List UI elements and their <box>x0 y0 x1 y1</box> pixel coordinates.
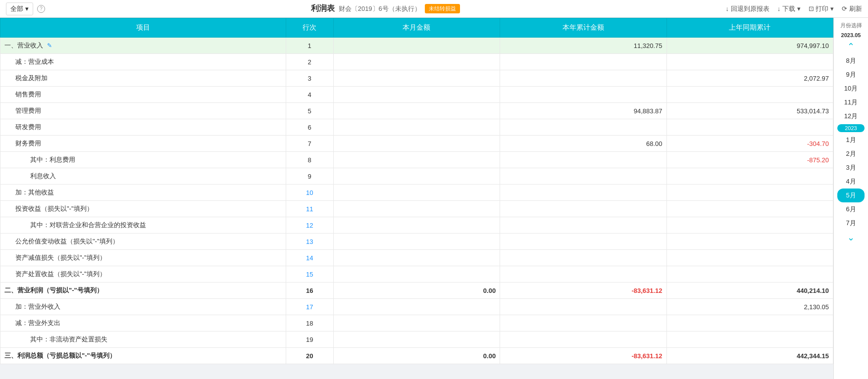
month-item-7[interactable]: 7月 <box>834 216 868 230</box>
cell-ytd <box>500 201 666 217</box>
cell-label: 管理费用 <box>0 103 286 119</box>
table-row: 其中：利息费用8-875.20 <box>0 152 833 168</box>
month-item-8[interactable]: 8月 <box>834 54 868 68</box>
month-prev-button[interactable]: ⌃ <box>834 39 868 54</box>
cell-cur-month <box>333 299 500 315</box>
cell-cur-month <box>333 201 500 217</box>
cell-label: 销售费用 <box>0 87 286 103</box>
cell-prev-year: 2,072.97 <box>666 70 833 87</box>
cell-cur-month <box>333 54 500 70</box>
row-label: 投资收益（损失以"-"填列） <box>15 205 93 212</box>
row-label: 其中：非流动资产处置损失 <box>30 335 107 343</box>
cell-cur-month <box>333 234 500 250</box>
cell-ytd: 94,883.87 <box>500 103 666 119</box>
cell-prev-year: 442,344.15 <box>666 348 833 364</box>
cell-row-num: 12 <box>286 217 333 234</box>
month-next-button[interactable]: ⌄ <box>834 230 868 245</box>
month-item-3[interactable]: 3月 <box>834 161 868 175</box>
cell-label: 一、营业收入✎ <box>0 38 286 54</box>
col-header-current-month: 本月金额 <box>333 18 500 38</box>
cell-ytd: 11,320.75 <box>500 38 666 54</box>
cell-row-num: 10 <box>286 185 333 201</box>
report-table: 项目 行次 本月金额 本年累计金额 上年同期累计 一、营业收入✎111,320.… <box>0 18 833 364</box>
cell-cur-month: 0.00 <box>333 348 500 364</box>
month-item-1[interactable]: 1月 <box>834 133 868 147</box>
cell-label: 财务费用 <box>0 136 286 152</box>
cell-label: 其中：对联营企业和合营企业的投资收益 <box>0 217 286 234</box>
top-bar-actions: ↓ 回退到原报表 ↓ 下载 ▾ ⊡ 打印 ▾ ⟳ 刷新 <box>726 4 863 13</box>
top-bar: 全部 ▾ ? 利润表 财会〔2019〕6号（未执行） 未结转损益 ↓ 回退到原报… <box>0 0 868 18</box>
back-to-original-button[interactable]: ↓ 回退到原报表 <box>726 4 769 13</box>
table-row: 管理费用594,883.87533,014.73 <box>0 103 833 119</box>
row-label: 三、利润总额（亏损总额以"-"号填列） <box>4 352 116 359</box>
edit-icon[interactable]: ✎ <box>47 42 52 49</box>
month-sidebar: 月份选择 2023.05 ⌃ 8月 9月 10月 11月 12月 2023 1月… <box>833 18 868 379</box>
cell-ytd <box>500 119 666 136</box>
cell-label: 研发费用 <box>0 119 286 136</box>
table-row: 其中：非流动资产处置损失19 <box>0 332 833 348</box>
cell-cur-month: 0.00 <box>333 283 500 299</box>
row-label: 二、营业利润（亏损以"-"号填列） <box>4 286 103 294</box>
cell-row-num: 19 <box>286 332 333 348</box>
month-item-4[interactable]: 4月 <box>834 175 868 189</box>
content-area: 项目 行次 本月金额 本年累计金额 上年同期累计 一、营业收入✎111,320.… <box>0 18 833 379</box>
unsettled-badge[interactable]: 未结转损益 <box>425 4 460 13</box>
print-button[interactable]: ⊡ 打印 ▾ <box>809 4 834 13</box>
help-icon[interactable]: ? <box>37 5 45 13</box>
cell-row-num: 17 <box>286 299 333 315</box>
cell-prev-year <box>666 87 833 103</box>
cell-row-num: 15 <box>286 266 333 283</box>
main-container: 项目 行次 本月金额 本年累计金额 上年同期累计 一、营业收入✎111,320.… <box>0 18 868 379</box>
cell-row-num: 11 <box>286 201 333 217</box>
table-row: 利息收入9 <box>0 168 833 185</box>
cell-ytd: 68.00 <box>500 136 666 152</box>
cell-ytd <box>500 299 666 315</box>
cell-ytd <box>500 54 666 70</box>
table-row: 三、利润总额（亏损总额以"-"号填列）200.00-83,631.12442,3… <box>0 348 833 364</box>
month-item-9[interactable]: 9月 <box>834 68 868 82</box>
cell-label: 加：营业外收入 <box>0 299 286 315</box>
row-label: 研发费用 <box>15 123 41 131</box>
table-row: 二、营业利润（亏损以"-"号填列）160.00-83,631.12440,214… <box>0 283 833 299</box>
table-header-row: 项目 行次 本月金额 本年累计金额 上年同期累计 <box>0 18 833 38</box>
cell-label: 公允价值变动收益（损失以"-"填列） <box>0 234 286 250</box>
cell-row-num: 4 <box>286 87 333 103</box>
table-row: 减：营业成本2 <box>0 54 833 70</box>
chevron-down-icon: ▾ <box>830 5 834 12</box>
cell-cur-month <box>333 266 500 283</box>
month-sidebar-title: 月份选择 <box>834 20 868 31</box>
cell-prev-year: 533,014.73 <box>666 103 833 119</box>
cell-label: 其中：利息费用 <box>0 152 286 168</box>
download-button[interactable]: ↓ 下载 ▾ <box>777 4 801 13</box>
scope-selector[interactable]: 全部 ▾ <box>6 2 33 15</box>
cell-label: 减：营业成本 <box>0 54 286 70</box>
cell-prev-year <box>666 201 833 217</box>
table-row: 其中：对联营企业和合营企业的投资收益12 <box>0 217 833 234</box>
cell-cur-month <box>333 103 500 119</box>
month-item-10[interactable]: 10月 <box>834 82 868 95</box>
cell-prev-year <box>666 266 833 283</box>
year-2023-marker: 2023 <box>837 124 865 132</box>
scope-label: 全部 <box>10 4 23 13</box>
row-label: 利息收入 <box>30 172 56 180</box>
month-item-12[interactable]: 12月 <box>834 109 868 123</box>
table-row: 公允价值变动收益（损失以"-"填列）13 <box>0 234 833 250</box>
refresh-button[interactable]: ⟳ 刷新 <box>842 4 862 13</box>
month-item-6[interactable]: 6月 <box>834 202 868 216</box>
cell-prev-year <box>666 54 833 70</box>
row-label: 减：营业成本 <box>15 58 54 65</box>
cell-cur-month <box>333 119 500 136</box>
col-header-item: 项目 <box>0 18 286 38</box>
month-item-2[interactable]: 2月 <box>834 147 868 161</box>
cell-cur-month <box>333 315 500 332</box>
month-item-5-active[interactable]: 5月 <box>837 189 865 202</box>
cell-row-num: 20 <box>286 348 333 364</box>
cell-ytd: -83,631.12 <box>500 283 666 299</box>
cell-row-num: 8 <box>286 152 333 168</box>
month-item-11[interactable]: 11月 <box>834 95 868 109</box>
row-label: 一、营业收入 <box>4 42 43 49</box>
cell-prev-year: -875.20 <box>666 152 833 168</box>
table-row: 财务费用768.00-304.70 <box>0 136 833 152</box>
cell-prev-year <box>666 185 833 201</box>
cell-prev-year <box>666 168 833 185</box>
